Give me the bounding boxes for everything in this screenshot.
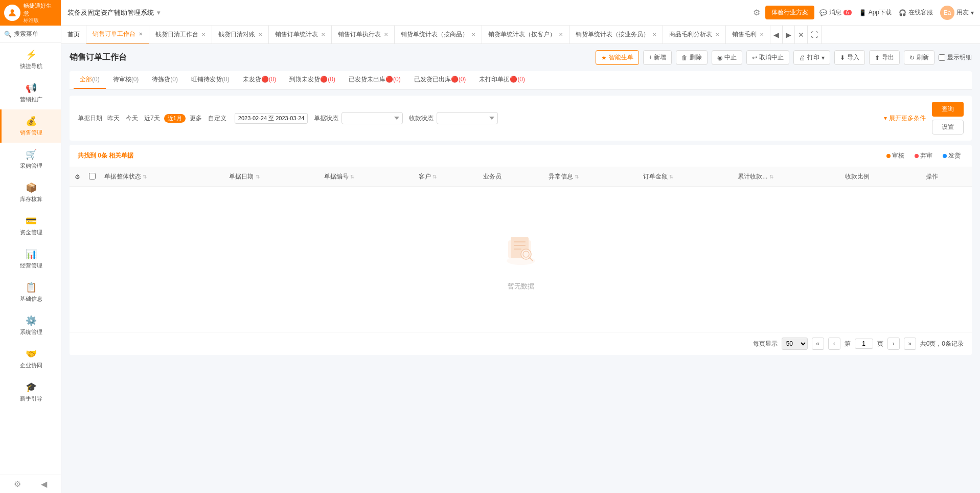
tab-close-by-customer[interactable]: ✕ [559, 32, 563, 37]
tab-next-btn[interactable]: ▶ [783, 26, 795, 44]
sidebar-item-cooperation[interactable]: 🤝 企业协同 [0, 342, 61, 375]
tab-margin[interactable]: 商品毛利分析表 ✕ [663, 26, 726, 44]
new-btn[interactable]: + 新增 [643, 50, 672, 65]
tab-sales-margin[interactable]: 销售毛利 ✕ [726, 26, 770, 44]
filter-tab-unshipped[interactable]: 未发货🔴(0) [237, 71, 283, 89]
th-settings[interactable]: ⚙ [70, 167, 85, 187]
sidebar-item-system[interactable]: ⚙️ 系统管理 [0, 309, 61, 342]
filter-tab-wangpu[interactable]: 旺铺待发货(0) [185, 71, 236, 89]
tab-execution[interactable]: 销售订单执行表 ✕ [332, 26, 395, 44]
sort-date-icon[interactable]: ⇅ [256, 174, 260, 180]
page-first-btn[interactable]: « [812, 338, 824, 350]
tab-daily-clear[interactable]: 钱货日清工作台 ✕ [149, 26, 212, 44]
stop-icon: ◉ [717, 54, 722, 61]
page-next-btn[interactable]: › [887, 338, 900, 350]
tab-home[interactable]: 首页 [61, 26, 86, 44]
smart-btn[interactable]: ★ 智能生单 [596, 50, 639, 65]
tab-by-product[interactable]: 销货单统计表（按商品） ✕ [395, 26, 482, 44]
per-page-select[interactable]: 10 20 50 100 [782, 338, 808, 350]
sidebar-item-sales[interactable]: 💰 销售管理 [0, 109, 61, 143]
sort-status-icon[interactable]: ⇅ [143, 174, 147, 180]
sidebar-item-purchase[interactable]: 🛒 采购管理 [0, 143, 61, 176]
refresh-btn[interactable]: ↻ 刷新 [904, 50, 935, 65]
sort-amount-icon[interactable]: ⇅ [669, 174, 673, 180]
app-download-btn[interactable]: 📱 App下载 [859, 8, 892, 17]
filter-tab-shipped-out[interactable]: 已发货已出库🔴(0) [408, 71, 472, 89]
tab-sales-order[interactable]: 销售订单工作台 ✕ [86, 26, 149, 44]
audit-action-btn[interactable]: 审核 [883, 150, 907, 162]
collection-select[interactable] [437, 112, 498, 124]
settings-icon[interactable]: ⚙ [14, 479, 21, 489]
tab-by-salesman[interactable]: 销货单统计表（按业务员） ✕ [569, 26, 663, 44]
online-service-btn[interactable]: 🎧 在线客服 [899, 8, 933, 17]
tab-close-execution[interactable]: ✕ [384, 32, 388, 37]
sidebar-item-operations[interactable]: 📊 经营管理 [0, 242, 61, 276]
tab-close-by-salesman[interactable]: ✕ [652, 32, 656, 37]
collapse-icon[interactable]: ◀ [41, 479, 47, 489]
tab-by-customer[interactable]: 销货单统计表（按客户） ✕ [482, 26, 569, 44]
message-btn[interactable]: 💬 消息 6 [819, 8, 852, 17]
date-more[interactable]: 更多 [188, 113, 204, 124]
sort-exception-icon[interactable]: ⇅ [575, 174, 579, 180]
tab-close-daily-clear[interactable]: ✕ [201, 32, 206, 37]
date-7days[interactable]: 近7天 [142, 113, 162, 124]
filter-tab-all[interactable]: 全部(0) [74, 71, 106, 89]
sidebar-item-marketing[interactable]: 📢 营销推广 [0, 76, 61, 109]
tab-close-reconcile[interactable]: ✕ [258, 32, 262, 37]
industry-btn[interactable]: 体验行业方案 [765, 6, 814, 19]
ship-action-btn[interactable]: 发货 [940, 150, 964, 162]
tab-close-sales-order[interactable]: ✕ [139, 31, 143, 37]
status-select[interactable] [341, 112, 403, 124]
query-btn[interactable]: 查询 [932, 102, 964, 117]
sidebar-search[interactable]: 🔍 搜索菜单 [0, 26, 61, 43]
user-btn[interactable]: Ea 用友 ▾ [940, 6, 974, 20]
date-today[interactable]: 今天 [124, 113, 140, 124]
page-input[interactable] [855, 339, 873, 349]
cancel-stop-btn[interactable]: ↩ 取消中止 [746, 50, 789, 65]
topbar-actions: 💬 消息 6 📱 App下载 🎧 在线客服 Ea 用友 ▾ [819, 6, 974, 20]
expand-btn[interactable]: ▾ 展开更多条件 [884, 114, 926, 123]
import-btn[interactable]: ⬇ 导入 [834, 50, 865, 65]
empty-state: 暂无数据 [70, 187, 972, 332]
delete-btn[interactable]: 🗑 删除 [676, 50, 708, 65]
cancel-audit-action-btn[interactable]: 弃审 [911, 150, 936, 162]
select-all-checkbox[interactable] [89, 173, 96, 180]
date-1month-badge[interactable]: 近1月 [164, 114, 186, 123]
sort-collected-icon[interactable]: ⇅ [769, 174, 773, 180]
sort-customer-icon[interactable]: ⇅ [432, 174, 437, 180]
show-detail-checkbox[interactable] [939, 54, 945, 61]
print-btn[interactable]: 🖨 打印 ▾ [793, 50, 830, 65]
date-yesterday[interactable]: 昨天 [105, 113, 122, 124]
filter-tab-overdue-unshipped[interactable]: 到期未发货🔴(0) [283, 71, 341, 89]
tab-fullscreen-btn[interactable]: ⛶ [808, 26, 822, 44]
tab-reconcile[interactable]: 钱货日清对账 ✕ [212, 26, 269, 44]
tab-prev-btn[interactable]: ◀ [770, 26, 783, 44]
topbar-settings-icon[interactable]: ⚙ [753, 8, 760, 17]
system-dropdown-icon[interactable]: ▾ [157, 9, 161, 16]
sidebar-item-inventory[interactable]: 📦 库存核算 [0, 176, 61, 209]
export-btn[interactable]: ⬆ 导出 [869, 50, 900, 65]
date-custom[interactable]: 自定义 [206, 113, 229, 124]
page-last-btn[interactable]: » [904, 338, 916, 350]
filter-tab-shipped-not-out[interactable]: 已发货未出库🔴(0) [343, 71, 407, 89]
tab-close-margin[interactable]: ✕ [715, 32, 719, 37]
tab-close-by-product[interactable]: ✕ [471, 32, 475, 37]
tab-close-stats[interactable]: ✕ [321, 32, 325, 37]
sort-number-icon[interactable]: ⇅ [350, 174, 354, 180]
page-prev-btn[interactable]: ‹ [828, 338, 840, 350]
sidebar-item-basic-info[interactable]: 📋 基础信息 [0, 276, 61, 309]
th-checkbox[interactable] [85, 167, 100, 187]
tab-stats[interactable]: 销售订单统计表 ✕ [269, 26, 332, 44]
setting-btn[interactable]: 设置 [932, 120, 964, 135]
content-area: 销售订单工作台 ★ 智能生单 + 新增 🗑 删除 ◉ 中止 [61, 44, 980, 493]
sidebar-item-finance[interactable]: 💳 资金管理 [0, 209, 61, 242]
sidebar-item-quick-nav[interactable]: ⚡ 快捷导航 [0, 43, 61, 76]
tab-close-all-btn[interactable]: ✕ [795, 26, 808, 44]
tab-close-sales-margin[interactable]: ✕ [760, 32, 764, 37]
filter-tab-pending-pick[interactable]: 待拣货(0) [146, 71, 184, 89]
sidebar-item-guide[interactable]: 🎓 新手引导 [0, 375, 61, 409]
show-detail-label[interactable]: 显示明细 [939, 53, 972, 62]
filter-tab-unprinted[interactable]: 未打印单据🔴(0) [473, 71, 531, 89]
stop-btn[interactable]: ◉ 中止 [712, 50, 742, 65]
filter-tab-pending-audit[interactable]: 待审核(0) [107, 71, 145, 89]
